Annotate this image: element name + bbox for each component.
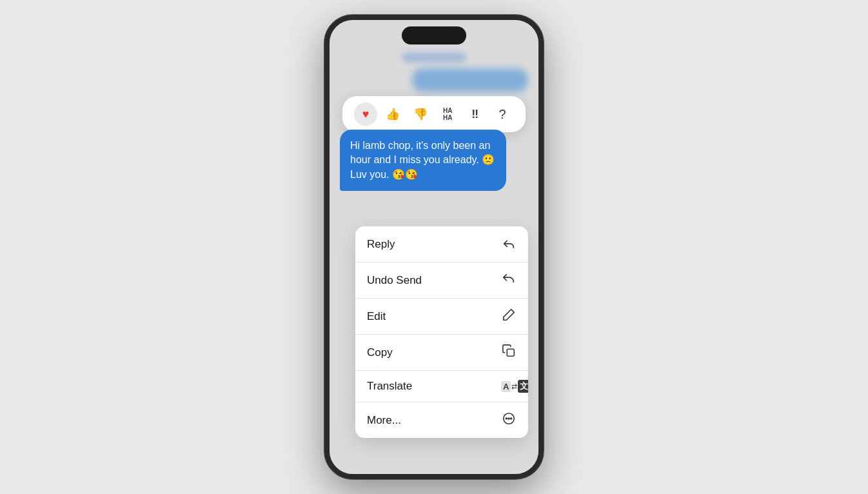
menu-label-reply: Reply xyxy=(367,238,395,251)
dynamic-island xyxy=(402,26,466,44)
reply-svg xyxy=(502,235,516,250)
reaction-thumbsup[interactable]: 👍 xyxy=(381,103,404,126)
svg-rect-0 xyxy=(507,349,514,356)
copy-svg xyxy=(502,344,516,358)
pencil-svg xyxy=(502,308,516,322)
message-bubble: Hi lamb chop, it's only been an hour and… xyxy=(340,130,506,191)
context-menu: Reply Undo Send xyxy=(355,226,528,438)
screen: ♥ 👍 👎 HAHA ‼ ? Hi lamb chop, it's only b… xyxy=(330,20,538,474)
reaction-heart[interactable]: ♥ xyxy=(354,103,377,126)
menu-label-translate: Translate xyxy=(367,380,412,393)
more-icon xyxy=(501,411,517,429)
phone-wrapper: ♥ 👍 👎 HAHA ‼ ? Hi lamb chop, it's only b… xyxy=(311,0,557,494)
pencil-icon xyxy=(501,308,517,325)
reaction-picker: ♥ 👍 👎 HAHA ‼ ? xyxy=(342,96,526,132)
svg-point-2 xyxy=(506,418,507,419)
incoming-bubble-blurred xyxy=(412,68,528,92)
svg-point-3 xyxy=(508,418,509,419)
reply-icon xyxy=(501,235,517,253)
reaction-haha[interactable]: HAHA xyxy=(436,103,459,126)
menu-item-undo-send[interactable]: Undo Send xyxy=(355,262,528,299)
menu-item-edit[interactable]: Edit xyxy=(355,299,528,335)
reaction-thumbsdown[interactable]: 👎 xyxy=(409,103,432,126)
reaction-exclamation[interactable]: ‼ xyxy=(464,103,487,126)
menu-label-undo-send: Undo Send xyxy=(367,274,422,287)
menu-label-more: More... xyxy=(367,414,401,427)
more-svg xyxy=(502,411,516,426)
undo-svg xyxy=(502,272,516,286)
svg-point-4 xyxy=(511,418,512,419)
undo-icon xyxy=(501,272,517,289)
message-text: Hi lamb chop, it's only been an hour and… xyxy=(350,140,495,180)
copy-icon xyxy=(501,344,517,361)
menu-label-copy: Copy xyxy=(367,346,393,359)
translate-icon: A ⇄ 文 xyxy=(501,380,517,393)
menu-item-translate[interactable]: Translate A ⇄ 文 xyxy=(355,371,528,402)
reaction-question[interactable]: ? xyxy=(491,103,514,126)
phone-frame: ♥ 👍 👎 HAHA ‼ ? Hi lamb chop, it's only b… xyxy=(324,15,544,479)
menu-item-more[interactable]: More... xyxy=(355,402,528,438)
contact-blurred xyxy=(402,52,466,63)
menu-label-edit: Edit xyxy=(367,310,386,323)
menu-item-copy[interactable]: Copy xyxy=(355,335,528,371)
menu-item-reply[interactable]: Reply xyxy=(355,226,528,262)
